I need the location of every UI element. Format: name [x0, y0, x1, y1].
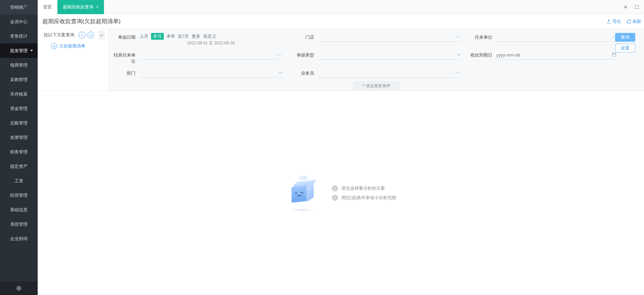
- sidebar-item-fixed-assets[interactable]: 固定资产: [0, 159, 38, 174]
- lookup-icon[interactable]: [455, 70, 460, 75]
- sidebar-item-retail-stats[interactable]: 零售统计: [0, 29, 38, 43]
- plus-icon: ＋: [80, 33, 84, 38]
- sidebar-settings-button[interactable]: [0, 282, 38, 295]
- toggle-label: 收起更多条件: [366, 83, 390, 89]
- sidebar-item-purchase[interactable]: 采购管理: [0, 72, 38, 87]
- sidebar-item-member[interactable]: 会员中心: [0, 14, 38, 29]
- page-title: 超期应收款查询(欠款超期清单): [42, 17, 120, 25]
- sidebar-item-basic-info[interactable]: 基础信息: [0, 202, 38, 217]
- settings-button[interactable]: 设置: [615, 44, 635, 52]
- svg-point-0: [18, 288, 20, 289]
- date-tab-last7[interactable]: 近7天: [178, 33, 189, 39]
- sidebar-item-tax[interactable]: 税务管理: [0, 145, 38, 159]
- sidebar-item-label: 发票管理: [10, 135, 28, 141]
- sidebar-item-label: 批发管理: [10, 48, 28, 54]
- export-icon: [606, 19, 611, 24]
- filter-label-store: 门店: [292, 33, 318, 40]
- close-icon[interactable]: ×: [96, 5, 99, 9]
- sidebar-item-label: 营销推广: [10, 4, 28, 10]
- filter-label-doc-type: 单据类型: [292, 51, 318, 58]
- filter-panel: 按以下方案查询 ＋ ◴ 欠款超期清单: [38, 29, 644, 91]
- lookup-icon[interactable]: [277, 52, 282, 57]
- query-plan-sidebar: 按以下方案查询 ＋ ◴ 欠款超期清单: [38, 29, 109, 90]
- filter-label-bill-date: 单据日期: [113, 33, 140, 40]
- query-button[interactable]: 查询: [615, 33, 635, 42]
- tab-home[interactable]: 首页: [38, 0, 58, 14]
- date-tab-more[interactable]: 更多: [192, 33, 200, 39]
- sidebar-item-gl[interactable]: 总账管理: [0, 116, 38, 130]
- gear-icon: [89, 33, 93, 37]
- sidebar-item-label: 经营管理: [10, 192, 28, 198]
- sidebar-item-invoice[interactable]: 发票管理: [0, 130, 38, 145]
- filter-label-settle-partner: 结算往来单位: [113, 51, 140, 64]
- doc-type-select[interactable]: [318, 51, 461, 60]
- sidebar-item-ecommerce[interactable]: 电商管理: [0, 58, 38, 72]
- refresh-button[interactable]: 刷新: [627, 19, 641, 25]
- sidebar-item-label: 系统管理: [10, 221, 28, 227]
- sidebar-item-label: 基础信息: [10, 207, 28, 213]
- settings-button-label: 设置: [621, 45, 630, 51]
- department-select[interactable]: [140, 69, 282, 78]
- page-header: 超期应收款查询(欠款超期清单) 导出 刷新: [38, 14, 644, 29]
- sidebar-item-system[interactable]: 系统管理: [0, 217, 38, 231]
- add-plan-button[interactable]: ＋: [79, 32, 85, 38]
- sidebar-item-label: 电商管理: [10, 62, 28, 68]
- toggle-more-filters-button[interactable]: 收起更多条件: [353, 81, 400, 90]
- plan-item-overdue-list[interactable]: ◴ 欠款超期清单: [38, 41, 108, 51]
- settle-partner-input[interactable]: [140, 51, 282, 60]
- empty-step-2: 2 用[过滤]条件来缩小分析范围: [332, 195, 396, 201]
- export-label: 导出: [612, 19, 621, 25]
- sidebar-item-label: 会员中心: [10, 19, 28, 25]
- date-tab-this-year[interactable]: 本年: [166, 33, 175, 39]
- sidebar-item-enterprise[interactable]: 企业协同: [0, 231, 38, 246]
- date-tab-this-month[interactable]: 本月: [151, 33, 164, 40]
- lookup-icon[interactable]: [455, 34, 460, 39]
- svg-point-1: [90, 35, 91, 36]
- salesman-input[interactable]: [318, 69, 461, 78]
- date-tab-custom[interactable]: 自定义: [203, 33, 216, 39]
- sidebar-item-label: 采购管理: [10, 77, 28, 83]
- sidebar-item-business[interactable]: 经营管理: [0, 188, 38, 202]
- chevron-down-icon[interactable]: [279, 70, 282, 75]
- date-to: 2022-09-30: [214, 41, 235, 45]
- plan-item-label: 欠款超期清单: [59, 43, 85, 49]
- due-date-input[interactable]: [496, 51, 617, 60]
- partner-input[interactable]: [496, 33, 617, 42]
- empty-step-1: 1 请先选择要分析的方案: [332, 185, 396, 191]
- export-button[interactable]: 导出: [606, 19, 621, 25]
- plan-icon: ◴: [51, 43, 57, 49]
- filter-label-partner: 往来单位: [470, 33, 496, 40]
- collapse-plan-sidebar-button[interactable]: [98, 30, 105, 40]
- left-nav-sidebar: 营销推广 会员中心 零售统计 批发管理 电商管理 采购管理 库存核算 资金管理 …: [0, 0, 38, 295]
- sidebar-item-wholesale[interactable]: 批发管理: [0, 43, 38, 58]
- filter-label-salesman: 业务员: [292, 69, 318, 76]
- chevron-left-double-icon: [100, 33, 103, 38]
- sidebar-item-label: 零售统计: [10, 33, 28, 39]
- refresh-label: 刷新: [633, 19, 641, 25]
- sidebar-item-label: 资金管理: [10, 106, 28, 112]
- fullscreen-button[interactable]: [633, 3, 641, 11]
- sidebar-item-inventory[interactable]: 库存核算: [0, 87, 38, 101]
- tab-overdue-receivable-query[interactable]: 超期应收款查询 ×: [58, 0, 104, 14]
- sidebar-item-marketing[interactable]: 营销推广: [0, 0, 38, 14]
- sidebar-item-salary[interactable]: 工资: [0, 174, 38, 188]
- close-all-tabs-button[interactable]: [621, 3, 630, 11]
- refresh-icon: [627, 19, 631, 24]
- store-input[interactable]: [318, 33, 461, 42]
- step-text: 请先选择要分析的方案: [341, 185, 385, 191]
- chevron-down-icon: [30, 50, 33, 51]
- step-text: 用[过滤]条件来缩小分析范围: [341, 195, 396, 201]
- chevron-down-icon[interactable]: [457, 52, 460, 57]
- query-button-label: 查询: [621, 34, 630, 40]
- tabs-bar: 首页 超期应收款查询 ×: [38, 0, 644, 14]
- filter-label-department: 部门: [113, 69, 140, 76]
- expand-icon: [635, 5, 639, 9]
- step-number-icon: 2: [332, 195, 338, 201]
- plan-settings-button[interactable]: [87, 32, 94, 38]
- date-sep: 至: [209, 41, 213, 45]
- sidebar-item-label: 总账管理: [10, 120, 28, 126]
- sidebar-item-label: 固定资产: [10, 163, 28, 170]
- chevron-up-icon: [363, 83, 365, 88]
- date-tab-last-month[interactable]: 上月: [140, 33, 148, 39]
- sidebar-item-funds[interactable]: 资金管理: [0, 101, 38, 116]
